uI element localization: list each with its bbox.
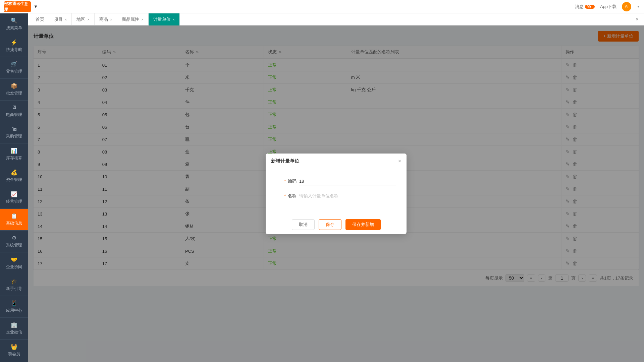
membership-icon: 👑 [11, 344, 17, 350]
tab-product-attr-label: 商品属性 [122, 16, 139, 22]
logo: 橙林通讯生意库 [4, 1, 31, 12]
tab-product-attr[interactable]: 商品属性 × [117, 13, 148, 25]
sidebar-item-basic-info[interactable]: 📋 基础信息 [0, 209, 28, 231]
message-badge: 99+ [585, 5, 595, 9]
sidebar-label-basic-info: 基础信息 [6, 221, 22, 226]
tab-product-close[interactable]: × [110, 17, 112, 21]
dropdown-arrow-icon[interactable]: ▼ [34, 4, 38, 9]
code-form-row: * 编码 [276, 177, 396, 185]
sidebar-label-wholesale: 批发管理 [6, 90, 22, 96]
logo-text: 橙林通讯生意库 [4, 1, 31, 12]
sidebar-item-finance[interactable]: 💰 资金管理 [0, 165, 28, 187]
enterprise-icon: 🏢 [11, 322, 17, 328]
sidebar-label-operations: 经营管理 [6, 199, 22, 204]
sidebar-label-app-center: 应用中心 [6, 308, 22, 313]
purchase-icon: 🛍 [11, 126, 17, 132]
header-right: 消息 99+ App下载 Ai ▼ [575, 2, 640, 11]
app-center-icon: 📱 [11, 300, 17, 306]
sidebar-label-inventory: 库存核算 [6, 155, 22, 161]
tab-project-close[interactable]: × [65, 17, 67, 21]
tab-unit-label: 计量单位 [153, 16, 171, 22]
modal-overlay: 新增计量单位 × * 编码 * [28, 25, 644, 362]
sidebar-item-search[interactable]: 🔍 搜索菜单 [0, 13, 28, 35]
tab-close-all-button[interactable]: × [633, 16, 641, 22]
sidebar-label-newbie: 新手引导 [6, 286, 22, 292]
sidebar-item-inventory[interactable]: 📊 库存核算 [0, 143, 28, 165]
sidebar-label-partner: 企业协同 [6, 264, 22, 270]
operations-icon: 📈 [11, 191, 17, 197]
app-download-nav[interactable]: App下载 [600, 4, 616, 10]
sidebar-label-finance: 资金管理 [6, 177, 22, 183]
tab-project-label: 项目 [54, 16, 63, 22]
modal-title: 新增计量单位 [271, 158, 299, 164]
message-nav[interactable]: 消息 99+ [575, 4, 595, 10]
sidebar-label-membership: 嗨会员 [8, 351, 20, 357]
sidebar-item-purchase[interactable]: 🛍 采购管理 [0, 122, 28, 143]
tab-bar: 首页 项目 × 地区 × 商品 × 商品属性 × 计量单位 × × [28, 13, 644, 25]
name-input[interactable] [299, 192, 396, 200]
tab-region-close[interactable]: × [87, 17, 89, 21]
quick-nav-icon: ⚡ [11, 39, 17, 46]
top-header: 橙林通讯生意库 ▼ 消息 99+ App下载 Ai ▼ [0, 0, 644, 13]
sidebar-item-ecommerce[interactable]: 🖥 电商管理 [0, 101, 28, 122]
sidebar-item-partner[interactable]: 🤝 企业协同 [0, 252, 28, 274]
modal-header: 新增计量单位 × [266, 154, 407, 169]
system-icon: ⚙ [12, 235, 16, 241]
sidebar-label-search: 搜索菜单 [6, 25, 22, 31]
app-download-label: App下载 [600, 4, 616, 10]
newbie-icon: 🎓 [11, 278, 17, 285]
finance-icon: 💰 [11, 169, 17, 176]
wholesale-icon: 📦 [11, 83, 17, 89]
sidebar-label-system: 系统管理 [6, 242, 22, 248]
sidebar-label-retail: 零售管理 [6, 69, 22, 74]
sidebar-item-quick-nav[interactable]: ⚡ 快捷导航 [0, 35, 28, 57]
tab-product-label: 商品 [99, 16, 108, 22]
modal-body: * 编码 * 名称 [266, 169, 407, 215]
save-and-new-button[interactable]: 保存并新增 [345, 219, 381, 230]
add-unit-modal: 新增计量单位 × * 编码 * [266, 154, 407, 234]
page-content: 计量单位 + 新增计量单位 序号 编码⇅ 名称⇅ [28, 25, 644, 362]
tab-product[interactable]: 商品 × [95, 13, 117, 25]
content-area: 首页 项目 × 地区 × 商品 × 商品属性 × 计量单位 × × [28, 13, 644, 362]
tab-home-label: 首页 [36, 16, 44, 22]
message-label: 消息 [575, 4, 584, 10]
sidebar-item-enterprise[interactable]: 🏢 企业微信 [0, 318, 28, 340]
tab-unit-close[interactable]: × [173, 17, 175, 21]
sidebar-item-system[interactable]: ⚙ 系统管理 [0, 231, 28, 252]
code-form-label: * 编码 [276, 178, 297, 184]
modal-footer: 取消 保存 保存并新增 [266, 215, 407, 234]
name-form-row: * 名称 [276, 192, 396, 200]
search-icon: 🔍 [11, 17, 17, 24]
sidebar-label-ecommerce: 电商管理 [6, 112, 22, 118]
retail-icon: 🛒 [11, 61, 17, 67]
ecommerce-icon: 🖥 [11, 105, 17, 111]
main-layout: 🔍 搜索菜单 ⚡ 快捷导航 🛒 零售管理 📦 批发管理 🖥 电商管理 🛍 采购管… [0, 13, 644, 362]
modal-close-button[interactable]: × [398, 158, 401, 164]
inventory-icon: 📊 [11, 147, 17, 154]
tab-product-attr-close[interactable]: × [141, 17, 143, 21]
sidebar-item-membership[interactable]: 👑 嗨会员 [0, 340, 28, 361]
sidebar-label-purchase: 采购管理 [6, 133, 22, 139]
user-dropdown-icon[interactable]: ▼ [637, 5, 640, 8]
sidebar: 🔍 搜索菜单 ⚡ 快捷导航 🛒 零售管理 📦 批发管理 🖥 电商管理 🛍 采购管… [0, 13, 28, 362]
cancel-button[interactable]: 取消 [292, 219, 315, 230]
sidebar-item-wholesale[interactable]: 📦 批发管理 [0, 79, 28, 101]
tab-home[interactable]: 首页 [31, 13, 49, 25]
tab-project[interactable]: 项目 × [49, 13, 72, 25]
sidebar-label-quick-nav: 快捷导航 [6, 47, 22, 53]
name-form-label: * 名称 [276, 193, 297, 199]
tab-region-label: 地区 [76, 16, 85, 22]
sidebar-item-app-center[interactable]: 📱 应用中心 [0, 296, 28, 318]
avatar[interactable]: Ai [622, 2, 631, 11]
tab-region[interactable]: 地区 × [72, 13, 94, 25]
partner-icon: 🤝 [11, 256, 17, 263]
sidebar-item-operations[interactable]: 📈 经营管理 [0, 187, 28, 209]
save-button[interactable]: 保存 [319, 219, 341, 230]
sidebar-item-newbie[interactable]: 🎓 新手引导 [0, 274, 28, 296]
code-input[interactable] [299, 177, 396, 185]
basic-info-icon: 📋 [11, 213, 17, 219]
tab-unit[interactable]: 计量单位 × [149, 13, 180, 25]
sidebar-label-enterprise: 企业微信 [6, 329, 22, 335]
sidebar-item-retail[interactable]: 🛒 零售管理 [0, 57, 28, 79]
logo-area: 橙林通讯生意库 ▼ [4, 1, 38, 12]
